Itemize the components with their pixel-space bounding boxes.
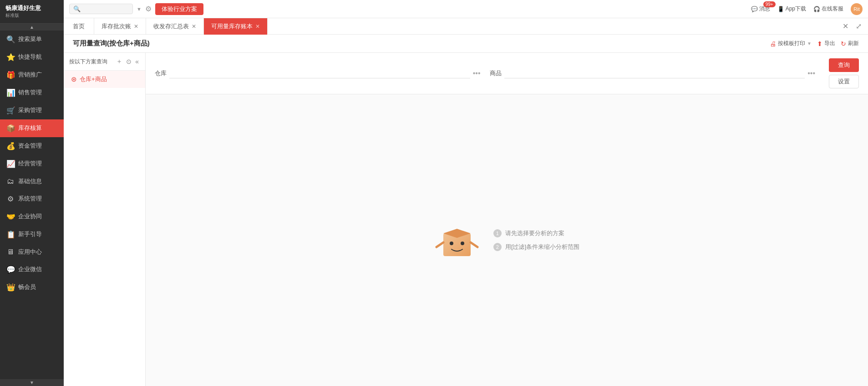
app-download-button[interactable]: 📱 App下载 (777, 5, 806, 13)
filter-add-button[interactable]: ＋ (115, 57, 123, 66)
refresh-icon: ↻ (841, 40, 846, 47)
sidebar-icon-5: 📦 (6, 124, 15, 133)
sidebar-scroll-up[interactable]: ▲ (0, 24, 64, 31)
settings-button[interactable]: 设置 (829, 75, 859, 88)
page-header: 可用量查询(按仓库+商品) 🖨 按模板打印 ▼ ⬆ 导出 ↻ 刷新 (64, 35, 868, 53)
filter-header: 按以下方案查询 ＋ ⊙ « (64, 53, 145, 71)
filter-header-actions: ＋ ⊙ « (115, 57, 140, 66)
sidebar-item-系统管理[interactable]: ⚙系统管理 (0, 190, 64, 208)
sidebar-item-label: 系统管理 (18, 195, 42, 203)
main-area: 🔍 ▼ ⚙ 体验行业方案 💬 消息 99+ 📱 App下载 🎧 在线客服 R (64, 0, 868, 386)
warehouse-label: 仓库 (155, 69, 167, 77)
print-icon: 🖨 (770, 40, 776, 47)
tab-0[interactable]: 首页 (64, 18, 94, 35)
search-input[interactable] (82, 6, 128, 12)
empty-tips: 1 请先选择要分析的方案 2 用[过滤]条件来缩小分析范围 (493, 229, 579, 251)
sidebar-icon-4: 🛒 (6, 106, 15, 115)
filter-setting-button[interactable]: ⊙ (125, 58, 132, 65)
filter-panel: 按以下方案查询 ＋ ⊙ « ⊛ 仓库+商品 (64, 53, 146, 386)
sidebar-item-采购管理[interactable]: 🛒采购管理 (0, 102, 64, 119)
query-area: 仓库 ••• 商品 ••• 查询 设置 (146, 53, 868, 386)
sidebar-item-label: 搜索菜单 (18, 35, 42, 43)
sidebar-item-库存核算[interactable]: 📦库存核算 (0, 119, 64, 137)
tab-label-1: 库存批次账 (102, 22, 131, 31)
query-button[interactable]: 查询 (829, 58, 859, 72)
sidebar-item-label: 企业协同 (18, 212, 42, 221)
sidebar-item-资金管理[interactable]: 💰资金管理 (0, 137, 64, 155)
print-button[interactable]: 🖨 按模板打印 ▼ (770, 40, 812, 47)
sidebar-item-快捷导航[interactable]: ⭐快捷导航 (0, 48, 64, 66)
sidebar-item-label: 新手引导 (18, 230, 42, 238)
message-icon: 💬 (751, 6, 758, 12)
message-badge: 99+ (763, 1, 776, 7)
sidebar-item-经营管理[interactable]: 📈经营管理 (0, 155, 64, 173)
tab-close-icon-1[interactable]: ✕ (134, 23, 138, 30)
expand-button[interactable]: ⤢ (853, 21, 864, 31)
user-menu[interactable]: Rit (851, 3, 863, 15)
warehouse-input[interactable] (169, 68, 470, 78)
sidebar-icon-0: 🔍 (6, 35, 15, 44)
sidebar-item-企业微信[interactable]: 💬企业微信 (0, 261, 64, 278)
sidebar-item-销售管理[interactable]: 📊销售管理 (0, 84, 64, 102)
tab-2[interactable]: 收发存汇总表✕ (146, 18, 204, 35)
sidebar-item-label: 应用中心 (18, 248, 42, 256)
message-button[interactable]: 💬 消息 99+ (751, 5, 770, 13)
sidebar: 畅康通好生意 标准版 ▲ 🔍搜索菜单⭐快捷导航🎁营销推广📊销售管理🛒采购管理📦库… (0, 0, 64, 386)
refresh-button[interactable]: ↻ 刷新 (841, 40, 859, 47)
sidebar-item-label: 畅会员 (18, 283, 36, 291)
filter-item-warehouse-goods[interactable]: ⊛ 仓库+商品 (64, 71, 145, 88)
sidebar-item-label: 企业微信 (18, 265, 42, 273)
close-tab-button[interactable]: ✕ (840, 21, 851, 31)
page-title: 可用量查询(按仓库+商品) (73, 39, 770, 48)
print-chevron-icon: ▼ (807, 41, 812, 46)
tab-close-icon-2[interactable]: ✕ (192, 23, 196, 30)
export-button[interactable]: ⬆ 导出 (817, 40, 835, 47)
sidebar-item-企业协同[interactable]: 🤝企业协同 (0, 208, 64, 226)
goods-more-icon[interactable]: ••• (807, 69, 815, 77)
sidebar-item-新手引导[interactable]: 📋新手引导 (0, 226, 64, 243)
empty-state: 1 请先选择要分析的方案 2 用[过滤]条件来缩小分析范围 (146, 94, 868, 386)
empty-illustration (434, 217, 480, 263)
topbar-search-box[interactable]: 🔍 (69, 4, 133, 14)
headset-icon: 🎧 (813, 6, 820, 12)
page-header-actions: 🖨 按模板打印 ▼ ⬆ 导出 ↻ 刷新 (770, 40, 859, 47)
page-body: 按以下方案查询 ＋ ⊙ « ⊛ 仓库+商品 仓库 (64, 53, 868, 386)
warehouse-more-icon[interactable]: ••• (473, 69, 481, 77)
sidebar-item-label: 营销推广 (18, 71, 42, 79)
filter-header-title: 按以下方案查询 (69, 58, 107, 66)
tab-label-0: 首页 (73, 22, 85, 31)
empty-tip-2: 2 用[过滤]条件来缩小分析范围 (493, 243, 579, 251)
sidebar-item-label: 采购管理 (18, 106, 42, 114)
app-title: 畅康通好生意 (5, 5, 58, 12)
export-icon: ⬆ (817, 40, 822, 47)
sidebar-logo: 畅康通好生意 标准版 (0, 0, 64, 24)
sidebar-scroll-down[interactable]: ▼ (0, 379, 64, 386)
sidebar-item-畅会员[interactable]: 👑畅会员 (0, 278, 64, 296)
online-service-button[interactable]: 🎧 在线客服 (813, 5, 843, 13)
sidebar-icon-6: 💰 (6, 142, 15, 150)
filter-collapse-button[interactable]: « (134, 58, 140, 65)
sidebar-item-label: 快捷导航 (18, 53, 42, 61)
sidebar-icon-14: 👑 (6, 283, 15, 292)
sidebar-item-搜索菜单[interactable]: 🔍搜索菜单 (0, 31, 64, 48)
phone-icon: 📱 (777, 6, 784, 12)
goods-input[interactable] (504, 68, 805, 78)
sidebar-item-label: 基础信息 (18, 177, 42, 185)
sidebar-nav: 🔍搜索菜单⭐快捷导航🎁营销推广📊销售管理🛒采购管理📦库存核算💰资金管理📈经营管理… (0, 31, 64, 379)
chevron-down-icon[interactable]: ▼ (137, 6, 142, 12)
topbar: 🔍 ▼ ⚙ 体验行业方案 💬 消息 99+ 📱 App下载 🎧 在线客服 R (64, 0, 868, 18)
sidebar-item-基础信息[interactable]: 🗂基础信息 (0, 173, 64, 190)
sidebar-icon-3: 📊 (6, 88, 15, 97)
sidebar-item-应用中心[interactable]: 🖥应用中心 (0, 243, 64, 261)
gear-icon[interactable]: ⚙ (145, 5, 152, 13)
sidebar-item-label: 经营管理 (18, 160, 42, 168)
search-icon: 🔍 (73, 5, 81, 12)
tab-1[interactable]: 库存批次账✕ (94, 18, 146, 35)
tab-close-icon-3[interactable]: ✕ (255, 23, 260, 30)
tabs-bar: 首页库存批次账✕收发存汇总表✕可用量库存账本✕ ✕ ⤢ (64, 18, 868, 35)
sidebar-icon-1: ⭐ (6, 53, 15, 62)
tab-3[interactable]: 可用量库存账本✕ (204, 18, 268, 35)
app-subtitle: 标准版 (5, 12, 58, 19)
sidebar-item-营销推广[interactable]: 🎁营销推广 (0, 66, 64, 84)
industry-btn[interactable]: 体验行业方案 (155, 3, 203, 15)
